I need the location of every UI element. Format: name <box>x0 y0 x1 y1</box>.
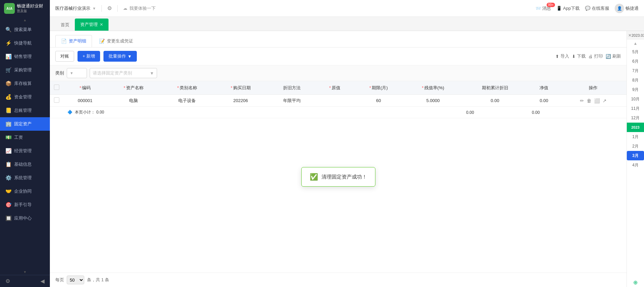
sidebar-item-funds[interactable]: 💰 资金管理 <box>0 90 50 104</box>
sidebar-item-quicknav[interactable]: ⚡ 快捷导航 <box>0 36 50 50</box>
reconcile-btn[interactable]: 对账 <box>55 51 74 62</box>
topbar-right: 📨 消息 99+ 📱 App下载 💬 在线客服 👤 畅捷通 <box>535 4 639 13</box>
calendar-up-arrow[interactable]: ▲ <box>632 40 639 47</box>
tab-bar: 首页资产管理✕ <box>50 17 644 31</box>
refresh-btn[interactable]: 🔄 刷新 <box>606 53 621 59</box>
row-checkbox-0[interactable] <box>54 97 59 103</box>
batch-arrow-icon: ▼ <box>127 54 132 59</box>
logo-icon: AtA <box>4 3 15 14</box>
calendar-item-4月[interactable]: 4月 <box>627 160 644 170</box>
calendar-item-6月[interactable]: 6月 <box>627 57 644 66</box>
right-panel-header: ✕ 2023.03 ⤢ <box>627 31 644 40</box>
new-btn[interactable]: + 新增 <box>78 51 100 62</box>
download-btn[interactable]: ⬇ 下载 <box>572 53 586 59</box>
nav-label-basic_info: 基础信息 <box>14 161 32 167</box>
nav-label-fixed_assets: 固定资产 <box>14 121 32 127</box>
nav-label-quicknav: 快捷导航 <box>14 40 32 46</box>
collapse-icon[interactable]: ◀ <box>40 278 44 284</box>
sidebar-scroll-up[interactable]: ▲ <box>0 17 50 23</box>
copy-icon-0[interactable]: ⬜ <box>594 98 600 103</box>
page-body: 📄 资产明细📝 变更生成凭证 对账 + 新增 批量操作 ▼ ⬆ 导入 <box>50 31 644 287</box>
sidebar-item-inventory[interactable]: 📦 库存核算 <box>0 77 50 90</box>
calendar-expand-btn[interactable]: ⊕ <box>632 278 639 287</box>
category-arrow-icon: ▼ <box>150 71 154 76</box>
tab-asset_mgmt[interactable]: 资产管理✕ <box>75 19 109 31</box>
topbar-gear-icon[interactable]: ⚙ <box>107 5 112 11</box>
category-select-label: ▼ <box>70 71 73 75</box>
per-page-select[interactable]: 102050100 <box>67 276 84 284</box>
message-badge: 99+ <box>547 3 555 7</box>
cell-purchase-date-0: 202206 <box>214 95 268 107</box>
tab-home[interactable]: 首页 <box>55 19 75 31</box>
assets-table: 编码 资产名称 类别名称 购买日期 折旧方法 原值 期限(月) 残值率(%) 期… <box>50 81 626 118</box>
sidebar-item-search[interactable]: 🔍 搜索菜单 <box>0 23 50 36</box>
import-btn[interactable]: ⬆ 导入 <box>555 53 569 59</box>
more-icon-0[interactable]: ↗ <box>603 98 607 103</box>
calendar-item-2023[interactable]: 2023 <box>627 123 644 132</box>
table-row: 000001 电脑 电子设备 202206 年限平均 60 5.0000 0.0… <box>50 95 626 107</box>
user-menu[interactable]: 👤 畅捷通 <box>615 4 639 13</box>
calendar-item-11月[interactable]: 11月 <box>627 104 644 113</box>
nav-label-funds: 资金管理 <box>14 94 32 100</box>
sub-tabs: 📄 资产明细📝 变更生成凭证 <box>50 31 626 47</box>
sidebar-item-basic_info[interactable]: 📋 基础信息 <box>0 158 50 171</box>
subtotal-net: 0.00 <box>528 107 560 118</box>
sidebar: AtA 畅捷通好业财 普及版 ▲ 🔍 搜索菜单⚡ 快捷导航📊 销售管理🛒 采购管… <box>0 0 50 287</box>
calendar-item-10月[interactable]: 10月 <box>627 94 644 104</box>
message-icon: 📨 <box>535 6 541 11</box>
sidebar-item-enterprise[interactable]: 🤝 企业协同 <box>0 185 50 198</box>
refresh-icon: 🔄 <box>606 54 611 59</box>
app-download-btn[interactable]: 📱 App下载 <box>556 5 580 11</box>
experience-btn[interactable]: ☁ 我要体验一下 <box>123 5 156 11</box>
edit-icon-0[interactable]: ✏ <box>580 98 584 103</box>
settings-icon[interactable]: ⚙ <box>5 278 10 284</box>
close-panel-icon[interactable]: ✕ <box>628 33 632 38</box>
nav-icon-operations: 📈 <box>5 148 11 154</box>
calendar-item-3月[interactable]: 3月 <box>627 151 644 160</box>
subtotal-label: 本页小计： <box>75 110 95 115</box>
nav-label-guide: 新手引导 <box>14 202 32 208</box>
topbar-divider2 <box>117 5 118 12</box>
select-all-checkbox[interactable] <box>54 85 59 90</box>
delete-icon-0[interactable]: 🗑 <box>587 98 591 103</box>
sidebar-item-operations[interactable]: 📈 经营管理 <box>0 144 50 158</box>
sidebar-item-sales[interactable]: 📊 销售管理 <box>0 50 50 63</box>
header-depreciation-method: 折旧方法 <box>267 81 316 95</box>
calendar-item-7月[interactable]: 7月 <box>627 66 644 75</box>
logo-text: 畅捷通好业财 <box>17 3 43 9</box>
company-selector[interactable]: 医疗器械行业演示 ▼ <box>55 5 96 11</box>
sidebar-item-fixed_assets[interactable]: 🏢 固定资产 <box>0 117 50 131</box>
batch-btn[interactable]: 批量操作 ▼ <box>103 51 137 62</box>
print-btn[interactable]: 🖨 打印 <box>588 53 603 59</box>
calendar-item-1月[interactable]: 1月 <box>627 132 644 141</box>
service-btn[interactable]: 💬 在线客服 <box>585 5 609 11</box>
sidebar-item-apps[interactable]: 🔲 应用中心 <box>0 212 50 225</box>
subtotal-initial: 0.00 <box>462 107 528 118</box>
calendar-item-9月[interactable]: 9月 <box>627 85 644 94</box>
sub-tab-change_voucher[interactable]: 📝 变更生成凭证 <box>93 35 139 47</box>
message-btn[interactable]: 📨 消息 99+ <box>535 5 551 11</box>
per-page-label: 每页 <box>55 277 64 283</box>
category-select[interactable]: ▼ <box>67 68 87 78</box>
sidebar-item-ledger[interactable]: 📒 总账管理 <box>0 104 50 117</box>
sidebar-item-payroll[interactable]: 💵 工资 <box>0 131 50 144</box>
nav-icon-apps: 🔲 <box>5 215 11 221</box>
calendar-item-8月[interactable]: 8月 <box>627 75 644 85</box>
sidebar-item-purchase[interactable]: 🛒 采购管理 <box>0 63 50 77</box>
header-checkbox[interactable] <box>50 81 63 95</box>
sidebar-item-guide[interactable]: 🎯 新手引导 <box>0 198 50 212</box>
calendar-item-5月[interactable]: 5月 <box>627 47 644 57</box>
category-input[interactable]: 请选择固定资产类别 ▼ <box>90 68 157 78</box>
sidebar-scroll-down[interactable]: ▼ <box>0 269 50 275</box>
check-icon: ✅ <box>310 173 318 181</box>
toast-wrap: ✅ 清理固定资产成功！ <box>301 167 375 187</box>
batch-label: 批量操作 <box>109 53 126 59</box>
main-content: 医疗器械行业演示 ▼ ⚙ ☁ 我要体验一下 📨 消息 99+ 📱 App下载 💬… <box>50 0 644 287</box>
nav-icon-quicknav: ⚡ <box>5 40 11 46</box>
tab-close-asset_mgmt[interactable]: ✕ <box>100 22 103 27</box>
calendar-item-2月[interactable]: 2月 <box>627 141 644 151</box>
nav-icon-funds: 💰 <box>5 94 11 100</box>
sub-tab-asset_detail[interactable]: 📄 资产明细 <box>55 35 92 47</box>
calendar-item-12月[interactable]: 12月 <box>627 113 644 123</box>
sidebar-item-system[interactable]: ⚙️ 系统管理 <box>0 171 50 185</box>
